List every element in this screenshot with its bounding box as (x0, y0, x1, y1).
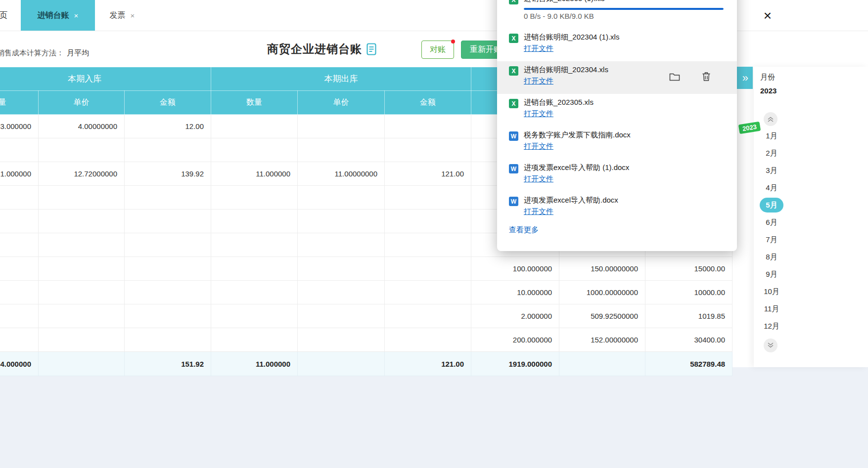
reconcile-button-label: 对账 (430, 44, 446, 55)
month-item[interactable]: 11月 (760, 301, 783, 316)
cost-method-value[interactable]: 月平均 (67, 48, 89, 57)
table-cell (211, 257, 298, 281)
table-cell (39, 304, 125, 328)
table-cell (298, 233, 385, 257)
table-cell (385, 115, 471, 138)
open-file-link[interactable]: 打开文件 (524, 109, 553, 119)
table-cell (0, 138, 39, 162)
table-cell: 4.00000000 (39, 115, 125, 138)
table-cell (298, 304, 385, 328)
excel-file-icon: X (509, 34, 518, 43)
month-item[interactable]: 1月 (760, 128, 783, 143)
month-item[interactable]: 9月 (760, 267, 783, 282)
table-cell: 11.000000 (211, 162, 298, 186)
month-panel-title: 月份 (760, 73, 775, 82)
total-row: 4.000000151.9211.000000121.001919.000000… (0, 352, 732, 376)
total-cell: 151.92 (125, 352, 211, 376)
section-header: 本期出库 (211, 67, 471, 91)
tab-close-icon[interactable]: × (74, 11, 79, 20)
tab-invoice-label: 发票 (110, 10, 126, 21)
table-cell: 1000.00000000 (559, 281, 645, 304)
download-item[interactable]: X进销台账明细_202304 (1).xls打开文件 (497, 29, 737, 61)
tab-close-icon[interactable]: × (131, 11, 135, 20)
table-cell (125, 257, 211, 281)
see-more-link[interactable]: 查看更多 (509, 225, 539, 235)
scroll-up-button[interactable] (764, 112, 777, 126)
table-cell (39, 281, 125, 304)
month-item[interactable]: 7月 (760, 232, 783, 247)
month-item[interactable]: 4月 (760, 180, 783, 195)
download-item[interactable]: X进销台账明细_202304.xls打开文件 (497, 61, 737, 94)
month-sidebar: 月份 2023 1月2月3月4月5月6月7月8月9月10月11月12月 (754, 67, 868, 367)
tab-home[interactable]: 首页 (0, 0, 21, 31)
tab-invoice[interactable]: 发票 × (95, 0, 149, 31)
table-row[interactable]: 2.000000509.925000001019.85 (0, 304, 732, 328)
table-cell (0, 257, 39, 281)
month-item[interactable]: 10月 (760, 284, 783, 299)
column-header: 金额 (385, 91, 471, 115)
download-item[interactable]: X进销台账_202305 (1).xls0 B/s - 9.0 KB/9.0 K… (497, 0, 737, 29)
download-item[interactable]: W进项发票excel导入帮助 (1).docx打开文件 (497, 159, 737, 192)
column-header: 数量 (211, 91, 298, 115)
table-cell (385, 257, 471, 281)
tab-ledger[interactable]: 进销台账 × (21, 0, 95, 31)
tab-bar: 首页 进销台账 × 发票 × × (0, 0, 868, 31)
open-file-link[interactable]: 打开文件 (524, 142, 553, 151)
month-item[interactable]: 6月 (760, 215, 783, 230)
download-item[interactable]: X进销台账_202305.xls打开文件 (497, 94, 737, 127)
scroll-down-button[interactable] (764, 339, 777, 352)
column-header: 数量 (0, 91, 39, 115)
table-row[interactable]: 100.000000150.0000000015000.00 (0, 257, 732, 281)
document-icon[interactable] (366, 43, 376, 55)
table-cell (385, 186, 471, 210)
column-header: 单价 (298, 91, 385, 115)
table-cell (298, 115, 385, 138)
show-in-folder-button[interactable] (667, 69, 682, 84)
table-cell: 139.92 (125, 162, 211, 186)
table-cell (39, 186, 125, 210)
section-header: 本期入库 (0, 67, 211, 91)
table-cell (125, 138, 211, 162)
download-item[interactable]: W进项发票excel导入帮助.docx打开文件 (497, 192, 737, 224)
table-cell (385, 138, 471, 162)
cost-method: 销售成本计算方法：月平均 (0, 48, 89, 58)
table-row[interactable]: 10.0000001000.0000000010000.00 (0, 281, 732, 304)
window-close-icon[interactable]: × (758, 6, 777, 26)
delete-download-button[interactable] (699, 69, 714, 84)
table-cell (0, 210, 39, 233)
total-cell (298, 352, 385, 376)
open-file-link[interactable]: 打开文件 (524, 77, 553, 86)
download-filename: 进销台账_202305.xls (524, 98, 594, 107)
table-cell (39, 233, 125, 257)
open-file-link[interactable]: 打开文件 (524, 207, 553, 216)
table-cell (298, 328, 385, 352)
table-cell (125, 186, 211, 210)
month-item-selected[interactable]: 5月 (760, 198, 783, 213)
table-cell: 121.00 (385, 162, 471, 186)
table-cell (0, 186, 39, 210)
excel-file-icon: X (509, 0, 518, 4)
total-cell: 1919.000000 (471, 352, 559, 376)
download-item[interactable]: W税务数字账户发票下载指南.docx打开文件 (497, 127, 737, 159)
download-filename: 进项发票excel导入帮助 (1).docx (524, 163, 629, 172)
month-item[interactable]: 12月 (760, 319, 783, 334)
table-row[interactable]: 200.000000152.0000000030400.00 (0, 328, 732, 352)
month-item[interactable]: 3月 (760, 163, 783, 178)
table-cell (298, 186, 385, 210)
open-file-link[interactable]: 打开文件 (524, 44, 553, 53)
download-filename: 进销台账明细_202304 (1).xls (524, 33, 619, 42)
reconcile-button[interactable]: 对账 (421, 41, 454, 59)
folder-icon (669, 72, 680, 81)
downloads-popup: X进销台账_202305 (1).xls0 B/s - 9.0 KB/9.0 K… (497, 0, 737, 251)
table-cell (125, 233, 211, 257)
open-file-link[interactable]: 打开文件 (524, 174, 553, 184)
month-item[interactable]: 2月 (760, 146, 783, 161)
table-cell: 150.00000000 (559, 257, 645, 281)
table-cell (211, 304, 298, 328)
year-label: 2023 (760, 86, 777, 95)
double-chevron-up-icon (767, 115, 775, 123)
table-cell (211, 281, 298, 304)
month-item[interactable]: 8月 (760, 250, 783, 264)
table-cell (125, 304, 211, 328)
word-file-icon: W (509, 164, 518, 173)
